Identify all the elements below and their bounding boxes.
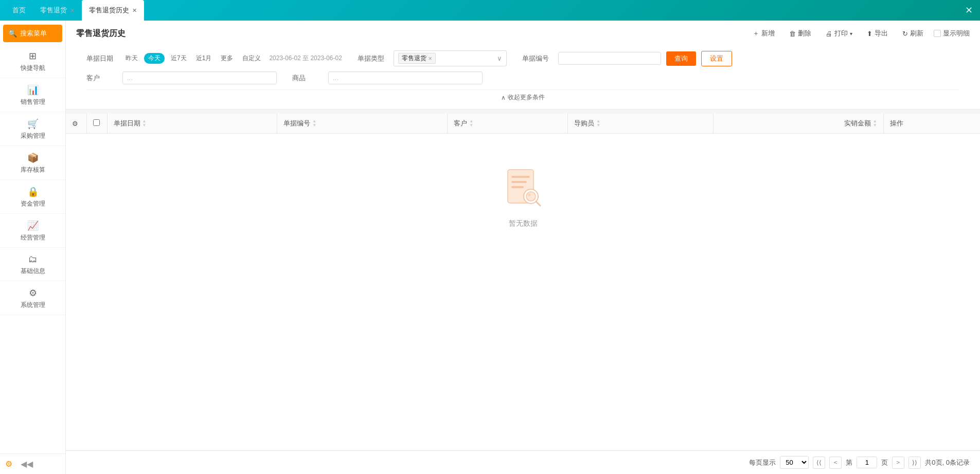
customer-label: 客户 xyxy=(86,74,117,83)
print-icon: 🖨 xyxy=(826,30,832,38)
th-number[interactable]: 单据编号 ▲ ▼ xyxy=(277,114,448,134)
page-header: 零售退货历史 ＋ 新增 🗑 删除 🖨 打印 ▾ xyxy=(66,21,980,110)
type-selector[interactable]: 零售退货 × ∨ xyxy=(394,50,507,66)
quick-nav-icon: ⊞ xyxy=(29,50,37,62)
export-icon: ⬆ xyxy=(867,30,872,38)
empty-row: 暂无数据 xyxy=(66,134,980,249)
sidebar-item-base-info[interactable]: 🗂 基础信息 xyxy=(0,248,65,281)
sidebar-item-sys-mgmt[interactable]: ⚙ 系统管理 xyxy=(0,281,65,315)
operations-icon: 📈 xyxy=(27,220,39,231)
collapse-up-icon: ∧ xyxy=(501,94,506,101)
header-actions: ＋ 新增 🗑 删除 🖨 打印 ▾ ⬆ 导出 xyxy=(749,27,970,40)
sort-guide-icon[interactable]: ▲ ▼ xyxy=(596,119,600,127)
th-action: 操作 xyxy=(883,114,980,134)
empty-illustration xyxy=(500,165,546,211)
svg-rect-1 xyxy=(511,176,530,178)
type-tag-remove[interactable]: × xyxy=(429,55,432,62)
tab-retail-return-close[interactable]: ✕ xyxy=(70,7,75,14)
svg-line-6 xyxy=(536,202,540,206)
tab-retail-return-history-close[interactable]: ✕ xyxy=(132,7,137,14)
refresh-icon: ↻ xyxy=(902,30,908,38)
th-date[interactable]: 单据日期 ▲ ▼ xyxy=(107,114,277,134)
date-btn-7days[interactable]: 近7天 xyxy=(168,53,190,64)
sort-amount-icon[interactable]: ▲ ▼ xyxy=(873,119,877,127)
sort-customer-icon[interactable]: ▲ ▼ xyxy=(469,119,473,127)
date-label: 单据日期 xyxy=(86,54,117,63)
sidebar-item-operations[interactable]: 📈 经营管理 xyxy=(0,214,65,248)
collapse-bar[interactable]: ∧ 收起更多条件 xyxy=(86,89,959,105)
print-chevron-icon: ▾ xyxy=(850,31,852,37)
next-page-button[interactable]: ＞ xyxy=(892,457,904,469)
table-header: ⚙ 单据日期 ▲ ▼ xyxy=(66,114,980,134)
empty-text: 暂无数据 xyxy=(509,219,538,228)
settings-button[interactable]: 设置 xyxy=(701,51,732,66)
delete-button[interactable]: 🗑 删除 xyxy=(785,27,815,40)
data-table: ⚙ 单据日期 ▲ ▼ xyxy=(66,114,980,249)
last-page-button[interactable]: ⟩⟩ xyxy=(908,457,921,469)
sys-icon: ⚙ xyxy=(29,287,37,299)
th-settings[interactable]: ⚙ xyxy=(66,114,86,134)
goods-selector[interactable]: ... xyxy=(328,71,483,84)
th-amount[interactable]: 实销金额 ▲ ▼ xyxy=(713,114,883,134)
sort-number-icon[interactable]: ▲ ▼ xyxy=(312,119,316,127)
date-btn-more[interactable]: 更多 xyxy=(218,53,236,64)
per-page-select[interactable]: 50 10 20 100 xyxy=(780,456,809,469)
select-all-checkbox[interactable] xyxy=(93,119,100,126)
export-button[interactable]: ⬆ 导出 xyxy=(863,27,892,40)
goods-label: 商品 xyxy=(292,74,323,83)
filter-row-1: 单据日期 昨天 今天 近7天 近1月 更多 自定义 2023-06-02 至 2… xyxy=(86,50,959,66)
refresh-button[interactable]: ↻ 刷新 xyxy=(898,27,928,40)
column-settings-icon[interactable]: ⚙ xyxy=(72,120,78,127)
date-btn-today[interactable]: 今天 xyxy=(144,53,165,64)
filter-row-2: 客户 ... 商品 ... xyxy=(86,71,959,84)
show-detail-checkbox-box[interactable] xyxy=(934,30,941,37)
sales-icon: 📊 xyxy=(27,84,39,96)
customer-selector[interactable]: ... xyxy=(122,71,277,84)
number-input[interactable] xyxy=(558,52,661,65)
total-info: 共0页, 0条记录 xyxy=(925,458,970,467)
print-button[interactable]: 🖨 打印 ▾ xyxy=(822,27,857,40)
filter-area: 单据日期 昨天 今天 近7天 近1月 更多 自定义 2023-06-02 至 2… xyxy=(76,45,970,109)
tab-retail-return[interactable]: 零售退货 ✕ xyxy=(33,0,82,21)
type-label: 单据类型 xyxy=(358,54,388,63)
sidebar-item-quick-nav[interactable]: ⊞ 快捷导航 xyxy=(0,44,65,78)
svg-rect-2 xyxy=(511,181,527,183)
sidebar-item-finance[interactable]: 🔒 资金管理 xyxy=(0,180,65,214)
th-guide[interactable]: 导购员 ▲ ▼ xyxy=(568,114,713,134)
settings-gear-icon[interactable]: ⚙ xyxy=(5,459,12,469)
svg-point-5 xyxy=(526,192,536,201)
audio-icon[interactable]: ◀◀ xyxy=(21,459,33,469)
sidebar-item-purchase-mgmt[interactable]: 🛒 采购管理 xyxy=(0,112,65,146)
sidebar-item-inventory[interactable]: 📦 库存核算 xyxy=(0,146,65,180)
main-content: 零售退货历史 ＋ 新增 🗑 删除 🖨 打印 ▾ xyxy=(66,21,980,474)
date-btn-1month[interactable]: 近1月 xyxy=(193,53,215,64)
number-label: 单据编号 xyxy=(522,54,553,63)
tab-bar: 首页 零售退货 ✕ 零售退货历史 ✕ xyxy=(5,0,965,21)
th-customer[interactable]: 客户 ▲ ▼ xyxy=(448,114,568,134)
inventory-icon: 📦 xyxy=(27,152,39,163)
sidebar-search[interactable]: 🔍 搜索菜单 xyxy=(3,25,62,42)
table-area: ⚙ 单据日期 ▲ ▼ xyxy=(66,114,980,450)
page-input[interactable] xyxy=(857,457,877,468)
sort-date-icon[interactable]: ▲ ▼ xyxy=(142,119,147,127)
svg-point-7 xyxy=(528,193,531,196)
tab-retail-return-history[interactable]: 零售退货历史 ✕ xyxy=(82,0,144,21)
pagination-bar: 每页显示 50 10 20 100 ⟨⟨ ＜ 第 页 ＞ ⟩⟩ 共0页, 0条记… xyxy=(66,450,980,474)
show-detail-checkbox[interactable]: 显示明细 xyxy=(934,29,970,38)
sidebar-item-sales-mgmt[interactable]: 📊 销售管理 xyxy=(0,78,65,112)
date-btn-custom[interactable]: 自定义 xyxy=(239,53,264,64)
top-bar: 首页 零售退货 ✕ 零售退货历史 ✕ ✕ xyxy=(0,0,980,21)
query-button[interactable]: 查询 xyxy=(666,51,696,66)
date-btn-yesterday[interactable]: 昨天 xyxy=(122,53,141,64)
page-header-top: 零售退货历史 ＋ 新增 🗑 删除 🖨 打印 ▾ xyxy=(76,27,970,40)
window-close-button[interactable]: ✕ xyxy=(965,5,980,16)
th-checkbox[interactable] xyxy=(86,114,107,134)
add-button[interactable]: ＋ 新增 xyxy=(749,27,779,40)
first-page-button[interactable]: ⟨⟨ xyxy=(813,457,825,469)
type-tag: 零售退货 × xyxy=(398,53,436,64)
sidebar-bottom: ⚙ ◀◀ xyxy=(0,453,65,474)
tab-home[interactable]: 首页 xyxy=(5,0,33,21)
empty-state: 暂无数据 xyxy=(66,134,980,249)
main-layout: 🔍 搜索菜单 ⊞ 快捷导航 📊 销售管理 🛒 采购管理 📦 库存核算 🔒 资金管… xyxy=(0,21,980,474)
prev-page-button[interactable]: ＜ xyxy=(829,457,842,469)
